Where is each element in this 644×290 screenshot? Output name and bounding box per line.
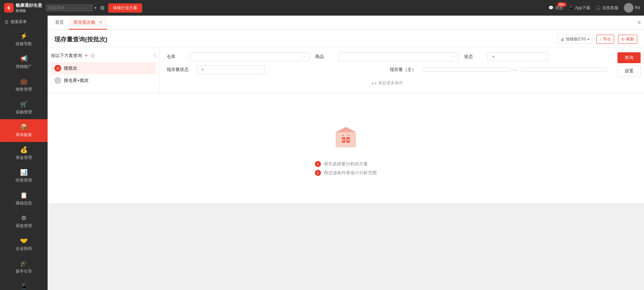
enterprise-icon: 🤝 [20, 237, 28, 244]
search-sidebar-icon: ☰ [5, 20, 9, 24]
scheme-icon-warehouse-label: ⊙ [56, 78, 60, 83]
filter-scheme-title: 按以下方案查询 [51, 53, 82, 59]
tab-inventory-batch[interactable]: 库存批次账 ✕ [69, 16, 107, 30]
sidebar-item-inventory[interactable]: 📦 库存核算 [0, 119, 48, 142]
tab-bar-close-icon[interactable]: ✕ [637, 19, 641, 26]
online-support-label: 在线客服 [602, 5, 618, 11]
scheme-item-warehouse-batch[interactable]: ⊙ 按仓库+批次 [51, 74, 156, 87]
inventory-qty-label: 现存量（主） [390, 67, 420, 73]
company-name: 畅康通好生意 [16, 2, 42, 8]
sidebar-basic-label: 基础信息 [16, 200, 32, 206]
tab-close-btn[interactable]: ✕ [99, 20, 102, 25]
status-arrow-icon: ▾ [492, 54, 494, 59]
export-icon: ↑ [599, 37, 601, 42]
sidebar-item-apps[interactable]: 📱 应用中心 [0, 278, 48, 290]
sidebar: ☰ 搜索菜单 ⚡ 快捷导航 📢 营销推广 💼 销售管理 🛒 采购管理 📦 库存核… [0, 16, 48, 290]
scheme-icon-label: ⊙ [56, 66, 60, 71]
inventory-status-label: 现存量状态 [167, 67, 194, 73]
product-more-icon[interactable]: ··· [452, 54, 455, 59]
search-dropdown[interactable]: ▾ [95, 6, 97, 10]
print-dropdown-icon[interactable]: ▾ [588, 37, 589, 41]
sidebar-inventory-label: 库存核算 [16, 132, 32, 138]
logo-icon: 6 [4, 3, 14, 13]
refresh-icon: ↻ [621, 37, 625, 42]
sidebar-item-quick-nav[interactable]: ⚡ 快捷导航 [0, 28, 48, 51]
warehouse-more-icon[interactable]: ··· [303, 54, 306, 59]
sidebar-sales-label: 销售管理 [16, 87, 32, 92]
scheme-gear-icon[interactable]: ⊙ [90, 52, 95, 59]
add-scheme-icon[interactable]: + [85, 53, 88, 59]
hint-1-num: 1 [315, 161, 321, 167]
printer-icon: 🖨 [560, 37, 564, 42]
operations-icon: 📊 [20, 169, 28, 176]
tab-home[interactable]: 首页 [50, 16, 69, 30]
empty-state-icon [329, 120, 363, 154]
print-template-label: 按模板打印 [566, 36, 586, 42]
search-input[interactable] [46, 4, 93, 12]
phone-icon: 📱 [569, 5, 574, 10]
filter-fields: 仓库 ··· 商品 ··· [160, 48, 614, 93]
sidebar-item-system[interactable]: ⚙ 系统管理 [0, 210, 48, 233]
sidebar-marketing-label: 营销推广 [16, 64, 32, 70]
sidebar-item-basic[interactable]: 📋 基础信息 [0, 187, 48, 210]
filter-scheme-title-row: 按以下方案查询 + ⊙ 《 [51, 52, 156, 59]
scheme-icon-batch: ⊙ [54, 65, 61, 72]
sidebar-item-guide[interactable]: 🎓 新手引导 [0, 256, 48, 278]
status-select[interactable]: ▾ [487, 52, 548, 61]
app-download-btn[interactable]: 📱 App下载 [569, 5, 590, 11]
sidebar-item-marketing[interactable]: 📢 营销推广 [0, 51, 48, 74]
inventory-qty-to[interactable] [520, 68, 608, 72]
topbar: 6 畅康通好生意 标准版 ▾ ⚙ 体验行业方案 💬 消息 99+ 📱 App下载… [0, 0, 644, 16]
tab-home-label: 首页 [55, 20, 64, 25]
inventory-qty-from[interactable] [423, 68, 510, 72]
refresh-btn[interactable]: ↻ 刷新 [618, 35, 637, 44]
sidebar-item-sales[interactable]: 💼 销售管理 [0, 74, 48, 96]
search-wrap: ▾ [46, 4, 97, 12]
sidebar-item-enterprise[interactable]: 🤝 企业协同 [0, 233, 48, 256]
tab-bar: 首页 库存批次账 ✕ ✕ [48, 16, 644, 30]
hint-2-text: 用过滤条件来缩小分析范围 [324, 170, 377, 176]
online-support-btn[interactable]: 🎧 在线客服 [596, 5, 618, 11]
inventory-status-select[interactable]: ▾ [197, 65, 265, 74]
inventory-status-arrow: ▾ [202, 67, 204, 72]
gear-icon[interactable]: ⚙ [100, 5, 105, 11]
hint-1-text: 请先选择要分析的方案 [324, 161, 368, 167]
system-icon: ⚙ [21, 214, 27, 222]
product-input[interactable]: ··· [338, 52, 458, 61]
collapse-more-btn[interactable]: ∧∧ 收起更多条件 [167, 78, 607, 88]
collapse-more-label: 收起更多条件 [378, 80, 403, 86]
filter-scheme-panel: 按以下方案查询 + ⊙ 《 ⊙ 按批次 ⊙ [48, 48, 160, 93]
sidebar-finance-label: 资金管理 [16, 155, 32, 161]
marketing-icon: 📢 [20, 55, 28, 62]
scheme-item-batch[interactable]: ⊙ 按批次 [51, 62, 156, 74]
sidebar-item-search[interactable]: ☰ 搜索菜单 [0, 16, 48, 28]
query-btn[interactable]: 查询 [617, 52, 641, 63]
empty-state: 1 请先选择要分析的方案 2 用过滤条件来缩小分析范围 [48, 93, 644, 203]
user-avatar[interactable]: Rit [624, 3, 640, 13]
warehouse-input[interactable]: ··· [190, 52, 310, 61]
sidebar-operations-label: 经营管理 [16, 178, 32, 183]
export-btn[interactable]: ↑ 导出 [596, 35, 614, 44]
sidebar-system-label: 系统管理 [16, 223, 32, 229]
empty-hint-2: 2 用过滤条件来缩小分析范围 [315, 170, 377, 176]
scheme-label-batch: 按批次 [64, 65, 77, 71]
experience-btn[interactable]: 体验行业方案 [108, 3, 142, 13]
messages-badge: 99+ [557, 2, 566, 7]
messages-btn[interactable]: 💬 消息 99+ [548, 5, 563, 11]
warehouse-label: 仓库 [167, 54, 187, 60]
svg-point-6 [348, 135, 349, 136]
sidebar-quick-nav-label: 快捷导航 [16, 41, 32, 47]
logo: 6 畅康通好生意 标准版 [4, 2, 42, 13]
settings-action-btn[interactable]: 设置 [617, 65, 641, 77]
sidebar-item-finance[interactable]: 💰 资金管理 [0, 142, 48, 165]
company-info: 畅康通好生意 标准版 [16, 2, 42, 13]
filter-row-1: 仓库 ··· 商品 ··· [167, 52, 607, 61]
print-template-btn[interactable]: 🖨 按模板打印 ▾ [557, 35, 592, 44]
filter-collapse-arrow[interactable]: 《 [151, 53, 156, 59]
content-area: 首页 库存批次账 ✕ ✕ 现存量查询(按批次) 🖨 按模板打印 ▾ [48, 16, 644, 290]
edition-label: 标准版 [16, 8, 42, 13]
sidebar-item-purchase[interactable]: 🛒 采购管理 [0, 96, 48, 119]
filter-container: 按以下方案查询 + ⊙ 《 ⊙ 按批次 ⊙ [48, 48, 644, 93]
collapse-up-icon: ∧∧ [371, 81, 377, 86]
sidebar-item-operations[interactable]: 📊 经营管理 [0, 165, 48, 187]
